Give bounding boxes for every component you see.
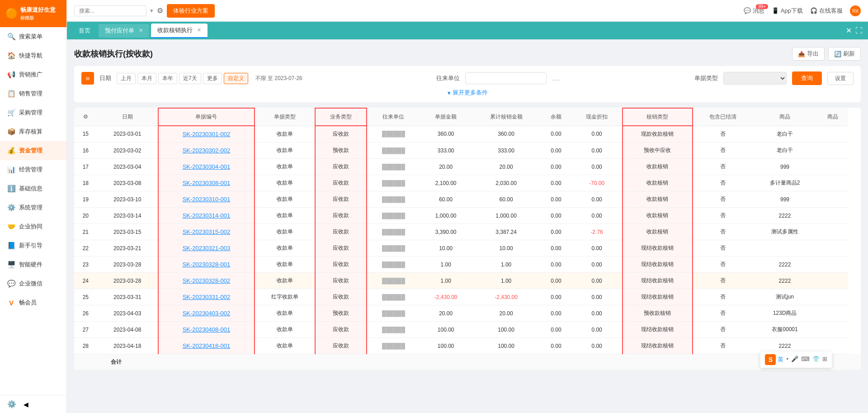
- table-cell: 2023-03-02: [97, 142, 158, 159]
- table-cell: 否: [693, 191, 753, 208]
- table-cell[interactable]: SK-20230328-002: [158, 273, 255, 289]
- bill-no-link[interactable]: SK-20230308-001: [183, 180, 231, 186]
- topbar-gear-icon[interactable]: ⚙: [157, 6, 163, 15]
- table-cell[interactable]: SK-20230302-002: [158, 142, 255, 159]
- bill-no-link[interactable]: SK-20230321-003: [183, 245, 231, 252]
- total-cell: [420, 354, 472, 370]
- partner-input[interactable]: [465, 72, 547, 84]
- service-label: 在线客服: [819, 7, 843, 15]
- bill-no-link[interactable]: SK-20230403-002: [183, 310, 231, 317]
- bill-no-link[interactable]: SK-20230328-002: [183, 277, 231, 284]
- sidebar-item-wechat[interactable]: 💬 企业微信: [0, 274, 66, 293]
- table-cell[interactable]: SK-20230418-001: [158, 338, 255, 354]
- filter-ellipsis[interactable]: ...: [552, 74, 561, 82]
- solution-button[interactable]: 体验行业方案: [167, 4, 215, 18]
- bill-no-link[interactable]: SK-20230304-001: [183, 163, 231, 170]
- logo-title: 畅康道好生意: [20, 6, 56, 14]
- sidebar-item-sales[interactable]: 📋 销售管理: [0, 84, 66, 103]
- date-btn-this-month[interactable]: 本月: [137, 73, 156, 84]
- topbar-search-input[interactable]: [74, 5, 146, 16]
- table-cell: 收款单: [255, 175, 316, 191]
- col-header-bill-no: 单据编号: [158, 108, 255, 126]
- bill-no-link[interactable]: SK-20230328-001: [183, 261, 231, 268]
- table-cell: 收款核销: [623, 159, 693, 175]
- bill-no-link[interactable]: SK-20230314-001: [183, 212, 231, 219]
- sidebar-item-purchase[interactable]: 🛒 采购管理: [0, 103, 66, 122]
- sidebar-collapse-icon[interactable]: ◀: [24, 401, 28, 408]
- table-cell[interactable]: SK-20230328-001: [158, 256, 255, 273]
- sidebar-item-finance[interactable]: 💰 资金管理: [0, 141, 66, 160]
- table-cell[interactable]: SK-20230321-003: [158, 240, 255, 256]
- table-cell[interactable]: SK-20230331-002: [158, 289, 255, 305]
- tab-close-all-icon[interactable]: ✕: [846, 26, 852, 35]
- date-btn-7days[interactable]: 近7天: [179, 73, 201, 84]
- table-cell[interactable]: SK-20230314-001: [158, 208, 255, 224]
- table-cell[interactable]: SK-20230315-002: [158, 224, 255, 240]
- online-service-button[interactable]: 🎧 在线客服: [810, 7, 843, 15]
- sidebar-item-hardware[interactable]: 🖥️ 智能硬件: [0, 255, 66, 274]
- tab-home[interactable]: 首页: [72, 24, 97, 38]
- dropdown-arrow-icon[interactable]: ▾: [150, 7, 153, 14]
- bill-no-link[interactable]: SK-20230408-001: [183, 326, 231, 333]
- table-cell: [817, 175, 848, 191]
- table-cell: 15: [74, 126, 97, 142]
- table-scroll-wrapper[interactable]: ⚙ 日期 单据编号 单据类型 业务类型 往来单位 单据金额 累计核销金额 余额 …: [74, 108, 861, 370]
- bill-no-link[interactable]: SK-20230302-002: [183, 147, 231, 154]
- bill-no-link[interactable]: SK-20230301-002: [183, 131, 231, 138]
- sidebar-menu: 🔍 搜索菜单 🏠 快捷导航 📢 营销推广 📋 销售管理 🛒 采购管理 📦 库存核…: [0, 27, 66, 395]
- table-cell[interactable]: SK-20230310-001: [158, 191, 255, 208]
- sidebar-settings-icon[interactable]: ⚙️: [7, 400, 16, 408]
- table-cell: 20.00: [472, 305, 541, 322]
- sidebar-item-quicknav[interactable]: 🏠 快捷导航: [0, 46, 66, 65]
- sidebar-item-basic[interactable]: ℹ️ 基础信息: [0, 179, 66, 198]
- bill-no-link[interactable]: SK-20230418-001: [183, 342, 231, 349]
- watermark-icon-3: 🎤: [791, 356, 798, 364]
- table-cell: 1.00: [420, 273, 472, 289]
- table-cell[interactable]: SK-20230304-001: [158, 159, 255, 175]
- sidebar-item-inventory[interactable]: 📦 库存核算: [0, 122, 66, 141]
- date-btn-more[interactable]: 更多: [203, 73, 222, 84]
- messages-button[interactable]: 💬 消息 99+: [744, 7, 764, 15]
- filter-toggle-button[interactable]: »: [81, 72, 94, 85]
- sidebar-item-marketing[interactable]: 📢 营销推广: [0, 65, 66, 84]
- tab-prepay[interactable]: 预付应付单 ✕: [99, 24, 149, 38]
- export-button[interactable]: 📤 导出: [792, 47, 825, 61]
- table-cell[interactable]: SK-20230308-001: [158, 175, 255, 191]
- table-cell[interactable]: SK-20230301-002: [158, 126, 255, 142]
- tab-receipt[interactable]: 收款核销执行 ✕: [151, 24, 208, 38]
- sidebar-item-search[interactable]: 🔍 搜索菜单: [0, 27, 66, 46]
- table-cell[interactable]: SK-20230408-001: [158, 322, 255, 338]
- data-table-container: ⚙ 日期 单据编号 单据类型 业务类型 往来单位 单据金额 累计核销金额 余额 …: [74, 108, 861, 370]
- tab-prepay-close-icon[interactable]: ✕: [139, 28, 143, 33]
- bill-no-link[interactable]: SK-20230315-002: [183, 228, 231, 235]
- tab-expand-icon[interactable]: ⛶: [855, 27, 863, 35]
- query-button[interactable]: 查询: [792, 71, 822, 85]
- sidebar-item-operations[interactable]: 📊 经营管理: [0, 160, 66, 179]
- total-cell: 合计: [74, 354, 158, 370]
- bill-no-link[interactable]: SK-20230310-001: [183, 196, 231, 203]
- bill-type-select[interactable]: [723, 72, 787, 85]
- date-btn-this-year[interactable]: 本年: [158, 73, 177, 84]
- table-cell: 10.00: [420, 240, 472, 256]
- sidebar-item-guide[interactable]: 📘 新手引导: [0, 236, 66, 255]
- app-download-button[interactable]: 📱 App下载: [772, 7, 803, 15]
- sidebar-item-system[interactable]: ⚙️ 系统管理: [0, 198, 66, 217]
- table-cell[interactable]: SK-20230403-002: [158, 305, 255, 322]
- page-header: 收款核销执行(按收款) 📤 导出 🔄 刷新: [74, 47, 861, 61]
- table-cell: ██████: [367, 240, 420, 256]
- sidebar-item-member[interactable]: V 畅会员: [0, 293, 66, 312]
- date-btn-last-month[interactable]: 上月: [117, 73, 136, 84]
- table-cell: 1,000.00: [472, 208, 541, 224]
- sidebar-label-guide: 新手引导: [19, 242, 42, 250]
- date-btn-custom[interactable]: 自定义: [224, 73, 248, 84]
- refresh-button[interactable]: 🔄 刷新: [828, 47, 861, 61]
- setting-button[interactable]: 设置: [827, 72, 854, 85]
- table-cell: [817, 224, 848, 240]
- user-profile-button[interactable]: Rit: [850, 5, 861, 16]
- expand-more-link[interactable]: ▾ 展开更多条件: [448, 89, 488, 97]
- table-cell: 333.00: [472, 142, 541, 159]
- sidebar-label-finance: 资金管理: [19, 147, 42, 155]
- bill-no-link[interactable]: SK-20230331-002: [183, 294, 231, 300]
- tab-receipt-close-icon[interactable]: ✕: [197, 27, 201, 33]
- sidebar-item-enterprise[interactable]: 🤝 企业协同: [0, 217, 66, 236]
